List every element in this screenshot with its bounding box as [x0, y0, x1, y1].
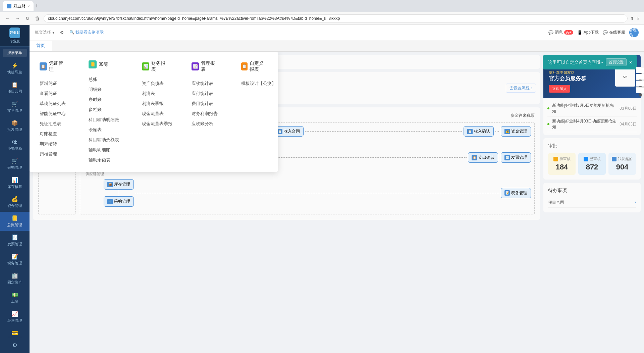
refresh-button[interactable]: ↻: [24, 15, 31, 22]
menu-item-voucher-summary[interactable]: 凭证汇总表: [36, 119, 69, 129]
demo-link[interactable]: 🔍 我要看实例演示: [69, 30, 104, 35]
dropdown-arrow-icon: ▾: [52, 30, 54, 35]
menu-item-archive[interactable]: 归档管理: [36, 149, 69, 159]
menu-item-payable-stat[interactable]: 应付统计表: [188, 89, 222, 99]
menu-section-financial-report: 📊 财务报表 资产负债表 利润表 利润表季报 现金流量表 现金流量表季报: [139, 58, 172, 165]
menu-item-multi-ledger[interactable]: 多栏账: [85, 105, 122, 115]
custom-report-title: 自定义报表: [250, 60, 268, 72]
top-bar: 账套选择 ▾ ⚙ 🔍 我要看实例演示 💬 消息 99+ 📱 App下载 💬 在线…: [30, 25, 644, 40]
menu-item-cashflow-quarterly[interactable]: 现金流量表季报: [139, 119, 172, 129]
sidebar-item-fixed-assets[interactable]: 🏢 固定资产: [0, 269, 30, 288]
sidebar-item-label: 固定资产: [7, 280, 22, 285]
menu-section-ledger: 📒 账簿 总账 明细账 序时账 多栏账 科目辅助明细账 余额表 科目辅助余额表 …: [85, 58, 122, 165]
logo-icon: 好业财: [9, 28, 20, 38]
sidebar-item-label: 小畅电商: [7, 146, 22, 151]
ledger-section-icon: 📒: [89, 60, 97, 68]
sidebar-item-invoice[interactable]: 🧾 发票管理: [0, 231, 30, 250]
tab-close-icon[interactable]: ×: [28, 4, 30, 8]
sidebar-item-label: 零售管理: [7, 108, 22, 113]
menu-section-custom-report: 📋 自定义报表 模板设计【公测】: [238, 58, 271, 165]
wholesale-icon: 📦: [11, 120, 18, 126]
sidebar-item-fund[interactable]: 💰 资金管理: [0, 193, 30, 212]
sidebar: 好业财 专业版 搜索菜单 ⚡ 快捷导航 📋 项目合同 🛒 零售管理 📦 批发管理: [0, 25, 30, 353]
tab-home[interactable]: 首页: [30, 41, 52, 51]
tab-navigation: 首页: [30, 40, 644, 52]
messages-badge: 99+: [564, 30, 573, 35]
salary-icon: 💵: [11, 292, 18, 298]
menu-item-period-end[interactable]: 期末结转: [36, 139, 69, 149]
menu-item-balance[interactable]: 余额表: [85, 125, 122, 135]
menu-item-time-ledger[interactable]: 序时账: [85, 95, 122, 105]
voucher-title: 凭证管理: [49, 60, 66, 72]
project-icon: 📋: [11, 82, 18, 88]
sidebar-item-label: 快捷导航: [7, 70, 22, 75]
app-download-button[interactable]: 📱 App下载: [577, 30, 599, 35]
menu-item-expense-stat[interactable]: 费用统计表: [188, 99, 222, 109]
menu-item-aux-detail[interactable]: 科目辅助明细账: [85, 115, 122, 125]
sidebar-item-label: 税务管理: [7, 261, 22, 266]
active-tab[interactable]: 好业财 ×: [3, 1, 34, 11]
sidebar-item-inventory[interactable]: 📊 库存核算: [0, 173, 30, 193]
user-avatar[interactable]: 管理员: [629, 28, 639, 37]
sidebar-item-tax[interactable]: 📝 税务管理: [0, 250, 30, 269]
online-service-button[interactable]: 💬 在线客服: [603, 30, 625, 35]
menu-item-new-voucher[interactable]: 新增凭证: [36, 79, 69, 89]
sidebar-search-button[interactable]: 搜索菜单: [3, 49, 27, 57]
ledger-icon: 📒: [11, 215, 18, 221]
sidebar-item-label: 库存核算: [7, 184, 22, 189]
sidebar-item-purchase[interactable]: 🛒 采购管理: [0, 154, 30, 173]
sidebar-item-label: 经营管理: [7, 318, 22, 323]
menu-item-template-design[interactable]: 模板设计【公测】: [238, 79, 271, 89]
fin-report-section-icon: 📊: [142, 62, 149, 70]
menu-item-aux-balance2[interactable]: 辅助余额表: [85, 155, 122, 165]
menu-item-detail-ledger[interactable]: 明细账: [85, 85, 122, 95]
fund-icon: 💰: [11, 196, 18, 202]
menu-item-aux-balance[interactable]: 科目辅助余额表: [85, 135, 122, 145]
sidebar-item-label: 总账管理: [7, 222, 22, 228]
menu-item-income-quarterly[interactable]: 利润表季报: [139, 99, 172, 109]
back-button[interactable]: ←: [4, 15, 11, 22]
sidebar-item-retail[interactable]: 🛒 零售管理: [0, 97, 30, 116]
menu-item-smart-voucher[interactable]: 智能凭证中心: [36, 109, 69, 119]
sidebar-item-label: 资金管理: [7, 203, 22, 208]
menu-item-general-ledger[interactable]: 总账: [85, 74, 122, 85]
menu-item-draft-voucher[interactable]: 草稿凭证列表: [36, 99, 69, 109]
sidebar-item-salary[interactable]: 💵 工资: [0, 288, 30, 307]
dropdown-overlay[interactable]: 📋 凭证管理 新增凭证 查看凭证 草稿凭证列表 智能凭证中心 凭证汇总表 对账检…: [30, 52, 644, 353]
assets-icon: 🏢: [11, 272, 18, 279]
menu-item-view-voucher[interactable]: 查看凭证: [36, 89, 69, 99]
sidebar-item-general-ledger[interactable]: 📒 总账管理: [0, 212, 30, 231]
messages-button[interactable]: 💬 消息 99+: [548, 30, 573, 35]
sidebar-item-wholesale[interactable]: 📦 批发管理: [0, 116, 30, 136]
mgmt-report-section-icon: 📈: [192, 62, 199, 70]
menu-item-reconcile[interactable]: 对账检查: [36, 129, 69, 139]
delete-button[interactable]: 🗑: [34, 15, 41, 22]
sidebar-settings-button[interactable]: ⚙: [10, 340, 19, 350]
sidebar-item-operations[interactable]: 📈 经营管理: [0, 307, 30, 326]
menu-item-aux-detail2[interactable]: 辅助明细账: [85, 145, 122, 155]
menu-item-receivable-stat[interactable]: 应收统计表: [188, 79, 222, 89]
dropdown-menu: 📋 凭证管理 新增凭证 查看凭证 草稿凭证列表 智能凭证中心 凭证汇总表 对账检…: [30, 52, 278, 172]
sidebar-item-label: 采购管理: [7, 165, 22, 170]
sidebar-item-expense[interactable]: 💳 小畅报销: [0, 326, 30, 337]
forward-button[interactable]: →: [14, 15, 21, 22]
menu-section-voucher: 📋 凭证管理 新增凭证 查看凭证 草稿凭证列表 智能凭证中心 凭证汇总表 对账检…: [36, 58, 69, 165]
financial-report-title: 财务报表: [151, 60, 169, 72]
menu-item-receivable-analysis[interactable]: 应收账分析: [188, 119, 222, 129]
sidebar-item-project-contract[interactable]: 📋 项目合同: [0, 78, 30, 97]
new-tab-button[interactable]: +: [34, 3, 40, 10]
address-input[interactable]: [44, 14, 628, 22]
settings-icon[interactable]: ⚙: [60, 30, 64, 35]
tab-title: 好业财: [13, 3, 25, 9]
purchase-icon: 🛒: [11, 158, 18, 164]
ecommerce-icon: 🛍: [12, 139, 17, 145]
menu-item-cashflow[interactable]: 现金流量表: [139, 109, 172, 119]
menu-item-balance-sheet[interactable]: 资产负债表: [139, 79, 172, 89]
sidebar-item-quick-nav[interactable]: ⚡ 快捷导航: [0, 59, 30, 78]
invoice-icon: 🧾: [11, 234, 18, 241]
sidebar-item-ecommerce[interactable]: 🛍 小畅电商: [0, 136, 30, 154]
menu-item-income-stmt[interactable]: 利润表: [139, 89, 172, 99]
company-select[interactable]: 账套选择 ▾: [35, 30, 54, 35]
address-bar: ← → ↻ 🗑 ⬆ ☆: [0, 12, 644, 25]
menu-item-profit-report[interactable]: 财务利润报告: [188, 109, 222, 119]
